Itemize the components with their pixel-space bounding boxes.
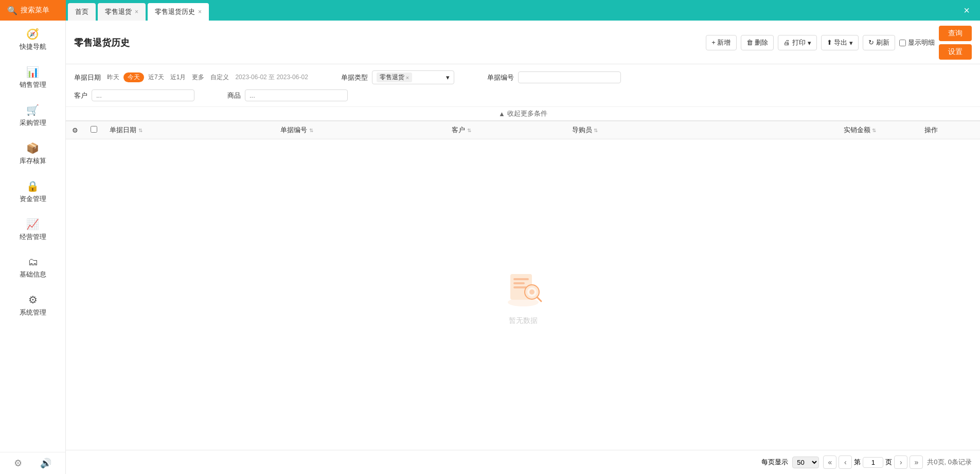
th-settings[interactable]: ⚙: [66, 121, 84, 139]
shortcut-last7[interactable]: 近7天: [146, 72, 166, 82]
sidebar-item-quick-nav[interactable]: 🧭 快捷导航: [0, 21, 65, 59]
filter-row-2: 客户 商品: [74, 89, 972, 101]
th-doc-date[interactable]: 单据日期 ⇅: [103, 121, 274, 139]
setting-button[interactable]: 设置: [939, 44, 972, 60]
doc-date-sort-icon: ⇅: [138, 127, 142, 133]
date-filter-label: 单据日期: [74, 73, 101, 82]
per-page-label: 每页显示: [761, 458, 788, 467]
refresh-button[interactable]: ↻ 刷新: [863, 35, 895, 50]
goods-input[interactable]: [245, 89, 348, 101]
delete-button[interactable]: 🗑 删除: [741, 35, 774, 50]
doc-type-select[interactable]: 零售退货 × ▾: [372, 70, 454, 84]
filter-doc-number: 单据编号: [487, 71, 621, 83]
quick-nav-icon: 🧭: [26, 28, 39, 40]
select-all-checkbox[interactable]: [91, 126, 97, 133]
doc-type-label: 单据类型: [341, 73, 368, 82]
th-doc-number[interactable]: 单据编号 ⇅: [274, 121, 445, 139]
sidebar-item-operations-label: 经营管理: [20, 232, 46, 242]
tabs-area: 首页 零售退货 × 零售退货历史 ×: [66, 0, 959, 21]
tab-home-label: 首页: [75, 7, 88, 16]
shortcut-more[interactable]: 更多: [190, 72, 206, 82]
sidebar-item-finance[interactable]: 🔒 资金管理: [0, 173, 65, 211]
close-window-button[interactable]: ×: [959, 5, 974, 16]
export-button[interactable]: ⬆ 导出 ▾: [821, 35, 859, 50]
collapse-label: 收起更多条件: [507, 109, 547, 118]
filter-date: 单据日期 昨天 今天 近7天 近1月 更多 自定义 2023-06-02 至 2…: [74, 72, 308, 82]
th-actual-amount[interactable]: 实销金额 ⇅: [711, 121, 882, 139]
empty-state: 暂无数据: [66, 139, 980, 450]
sales-mgmt-icon: 📊: [26, 66, 39, 78]
first-page-button[interactable]: «: [823, 455, 836, 469]
tab-retail-return-history-close[interactable]: ×: [198, 8, 202, 15]
svg-point-8: [529, 289, 534, 295]
doc-number-sort-icon: ⇅: [309, 127, 313, 133]
page-nav: « ‹ 第 页 › »: [823, 455, 923, 469]
th-guide-label: 导购员: [572, 126, 592, 134]
toolbar: + 新增 🗑 删除 🖨 打印 ▾ ⬆ 导出 ▾ ↻ 刷新 显示明细 查询 设: [706, 26, 972, 60]
th-actual-amount-label: 实销金额: [844, 126, 870, 134]
table-area: ⚙ 单据日期 ⇅ 单据编号 ⇅ 客户: [66, 121, 980, 450]
th-customer-label: 客户: [452, 126, 465, 134]
sidebar-item-sales-mgmt[interactable]: 📊 销售管理: [0, 59, 65, 97]
collapse-more-btn[interactable]: ▲ 收起更多条件: [66, 106, 980, 120]
shortcut-yesterday[interactable]: 昨天: [105, 72, 121, 82]
th-guide[interactable]: 导购员 ⇅: [566, 121, 711, 139]
th-operation: 操作: [882, 121, 980, 139]
pagination: 每页显示 20 50 100 « ‹ 第 页 › » 共0页, 0条记录: [66, 450, 980, 474]
page-number-input[interactable]: [863, 457, 883, 468]
actual-amount-sort-icon: ⇅: [872, 127, 876, 133]
svg-rect-4: [513, 286, 527, 288]
total-info: 共0页, 0条记录: [927, 458, 972, 467]
page-header: 零售退货历史 + 新增 🗑 删除 🖨 打印 ▾ ⬆ 导出 ▾ ↻ 刷新 显示明细: [66, 21, 980, 64]
prev-page-button[interactable]: ‹: [839, 455, 852, 469]
svg-line-7: [537, 297, 541, 301]
display-detail-toggle[interactable]: 显示明细: [899, 38, 935, 47]
shortcut-today[interactable]: 今天: [123, 72, 144, 82]
sidebar-item-operations[interactable]: 📈 经营管理: [0, 211, 65, 249]
basic-info-icon: 🗂: [28, 256, 38, 268]
sidebar-item-basic-info-label: 基础信息: [20, 270, 46, 279]
filter-row-1: 单据日期 昨天 今天 近7天 近1月 更多 自定义 2023-06-02 至 2…: [74, 70, 972, 84]
sidebar-item-inventory[interactable]: 📦 库存核算: [0, 135, 65, 173]
page-title: 零售退货历史: [74, 37, 130, 49]
settings-icon[interactable]: ⚙: [14, 458, 22, 469]
th-check[interactable]: [84, 121, 103, 139]
new-button[interactable]: + 新增: [706, 35, 736, 50]
display-detail-checkbox[interactable]: [899, 40, 906, 46]
last-page-button[interactable]: »: [910, 455, 923, 469]
customer-input[interactable]: [92, 89, 194, 101]
filter-goods: 商品: [227, 89, 348, 101]
shortcut-last-month[interactable]: 近1月: [168, 72, 188, 82]
th-customer[interactable]: 客户 ⇅: [446, 121, 566, 139]
tab-retail-return[interactable]: 零售退货 ×: [98, 3, 146, 21]
operations-icon: 📈: [26, 218, 39, 230]
shortcut-custom[interactable]: 自定义: [208, 72, 231, 82]
next-page-button[interactable]: ›: [894, 455, 907, 469]
per-page-select[interactable]: 20 50 100: [792, 457, 819, 468]
data-table: ⚙ 单据日期 ⇅ 单据编号 ⇅ 客户: [66, 121, 980, 139]
customer-label: 客户: [74, 91, 87, 100]
filter-doc-type: 单据类型 零售退货 × ▾: [341, 70, 454, 84]
search-menu-button[interactable]: 🔍 搜索菜单: [0, 0, 66, 21]
doc-number-input[interactable]: [518, 71, 621, 83]
main-layout: 🧭 快捷导航 📊 销售管理 🛒 采购管理 📦 库存核算 🔒 资金管理 📈 经营管…: [0, 21, 980, 474]
query-button[interactable]: 查询: [939, 26, 972, 41]
doc-type-tag-value: 零售退货: [380, 73, 404, 82]
sidebar-item-finance-label: 资金管理: [20, 194, 46, 204]
audio-icon[interactable]: 🔊: [40, 458, 51, 469]
tab-retail-return-label: 零售退货: [105, 7, 132, 16]
tab-retail-return-close[interactable]: ×: [135, 8, 138, 15]
sidebar-item-purchase-mgmt[interactable]: 🛒 采购管理: [0, 97, 65, 135]
search-menu-label: 搜索菜单: [21, 6, 49, 15]
sidebar: 🧭 快捷导航 📊 销售管理 🛒 采购管理 📦 库存核算 🔒 资金管理 📈 经营管…: [0, 21, 66, 474]
top-bar: 🔍 搜索菜单 首页 零售退货 × 零售退货历史 × ×: [0, 0, 980, 21]
doc-type-tag-close[interactable]: ×: [406, 75, 409, 81]
sidebar-item-purchase-mgmt-label: 采购管理: [20, 118, 46, 127]
sidebar-item-system-mgmt[interactable]: ⚙ 系统管理: [0, 286, 65, 324]
tab-home[interactable]: 首页: [68, 3, 96, 21]
sidebar-item-sales-mgmt-label: 销售管理: [20, 80, 46, 89]
guide-sort-icon: ⇅: [594, 127, 598, 133]
sidebar-item-basic-info[interactable]: 🗂 基础信息: [0, 249, 65, 286]
print-button[interactable]: 🖨 打印 ▾: [778, 35, 817, 50]
tab-retail-return-history[interactable]: 零售退货历史 ×: [148, 3, 209, 21]
